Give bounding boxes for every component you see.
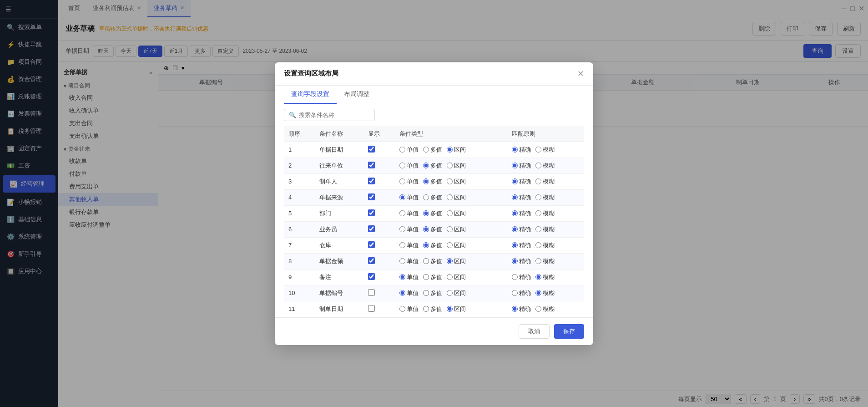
row-show-6[interactable] [363,221,394,237]
radio-match-精确-3[interactable]: 精确 [512,178,531,186]
radio-type-区间-9[interactable]: 区间 [447,273,466,281]
radio-match-input-精确-10[interactable] [512,290,518,296]
radio-match-input-精确-9[interactable] [512,274,518,280]
radio-type-单值-7[interactable]: 单值 [399,241,419,249]
radio-input-多值-5[interactable] [423,210,429,216]
radio-input-多值-11[interactable] [423,306,429,312]
radio-match-input-模糊-9[interactable] [535,274,541,280]
radio-match-input-精确-8[interactable] [512,258,518,264]
row-match-4[interactable]: 精确模糊 [507,189,584,205]
radio-match-精确-4[interactable]: 精确 [512,193,531,202]
checkbox-show-11[interactable] [368,305,375,312]
radio-type-多值-8[interactable]: 多值 [423,257,442,265]
checkbox-show-9[interactable] [368,273,375,280]
row-show-4[interactable] [363,189,394,205]
radio-type-区间-10[interactable]: 区间 [447,289,466,297]
radio-input-单值-5[interactable] [399,210,405,216]
radio-type-区间-1[interactable]: 区间 [447,146,466,154]
radio-match-精确-11[interactable]: 精确 [512,305,531,313]
radio-input-区间-10[interactable] [447,290,453,296]
radio-input-区间-2[interactable] [447,163,453,168]
radio-input-区间-3[interactable] [447,178,453,184]
radio-type-单值-10[interactable]: 单值 [399,289,419,297]
checkbox-show-2[interactable] [368,162,375,168]
radio-match-input-模糊-4[interactable] [535,194,541,200]
radio-type-区间-7[interactable]: 区间 [447,241,466,249]
radio-input-多值-9[interactable] [423,274,429,280]
checkbox-show-3[interactable] [368,178,375,184]
radio-input-多值-2[interactable] [423,163,429,168]
radio-match-input-模糊-5[interactable] [535,210,541,216]
row-show-2[interactable] [363,158,394,173]
checkbox-show-10[interactable] [368,289,375,296]
radio-match-input-模糊-11[interactable] [535,306,541,312]
radio-type-单值-4[interactable]: 单值 [399,193,419,202]
radio-input-区间-11[interactable] [447,306,453,312]
row-show-8[interactable] [363,253,394,269]
row-condtype-8[interactable]: 单值多值区间 [395,253,507,269]
radio-match-模糊-4[interactable]: 模糊 [535,193,555,202]
row-show-11[interactable] [363,301,394,317]
radio-type-多值-1[interactable]: 多值 [423,146,442,154]
row-show-3[interactable] [363,173,394,189]
radio-match-精确-10[interactable]: 精确 [512,289,531,297]
radio-input-区间-6[interactable] [447,226,453,232]
radio-match-input-精确-7[interactable] [512,242,518,248]
radio-input-单值-11[interactable] [399,306,405,312]
radio-match-模糊-5[interactable]: 模糊 [535,209,555,218]
radio-type-多值-11[interactable]: 多值 [423,305,442,313]
row-match-6[interactable]: 精确模糊 [507,221,584,237]
radio-input-区间-8[interactable] [447,258,453,264]
radio-type-区间-2[interactable]: 区间 [447,162,466,170]
radio-match-input-精确-2[interactable] [512,163,518,168]
checkbox-show-1[interactable] [368,146,375,153]
radio-match-input-精确-3[interactable] [512,178,518,184]
row-condtype-10[interactable]: 单值多值区间 [395,285,507,301]
row-match-7[interactable]: 精确模糊 [507,237,584,253]
radio-input-单值-6[interactable] [399,226,405,232]
radio-type-单值-3[interactable]: 单值 [399,178,419,186]
row-show-10[interactable] [363,285,394,301]
row-match-2[interactable]: 精确模糊 [507,158,584,173]
radio-match-input-精确-6[interactable] [512,226,518,232]
radio-input-区间-5[interactable] [447,210,453,216]
radio-input-多值-4[interactable] [423,194,429,200]
radio-type-区间-6[interactable]: 区间 [447,225,466,234]
modal-save-button[interactable]: 保存 [554,324,584,339]
radio-input-区间-1[interactable] [447,147,453,153]
radio-match-模糊-10[interactable]: 模糊 [535,289,555,297]
row-show-5[interactable] [363,205,394,221]
modal-tab-布局调整[interactable]: 布局调整 [337,86,377,104]
row-show-7[interactable] [363,237,394,253]
radio-input-单值-1[interactable] [399,147,405,153]
checkbox-show-8[interactable] [368,257,375,264]
radio-match-input-精确-1[interactable] [512,147,518,153]
row-condtype-5[interactable]: 单值多值区间 [395,205,507,221]
radio-match-模糊-3[interactable]: 模糊 [535,178,555,186]
row-match-1[interactable]: 精确模糊 [507,142,584,158]
radio-type-多值-9[interactable]: 多值 [423,273,442,281]
radio-match-精确-9[interactable]: 精确 [512,273,531,281]
radio-type-多值-2[interactable]: 多值 [423,162,442,170]
radio-match-精确-1[interactable]: 精确 [512,146,531,154]
radio-match-input-模糊-8[interactable] [535,258,541,264]
radio-match-模糊-1[interactable]: 模糊 [535,146,555,154]
radio-match-模糊-6[interactable]: 模糊 [535,225,555,234]
radio-input-单值-9[interactable] [399,274,405,280]
radio-type-区间-4[interactable]: 区间 [447,193,466,202]
row-condtype-4[interactable]: 单值多值区间 [395,189,507,205]
cancel-button[interactable]: 取消 [519,324,550,339]
checkbox-show-7[interactable] [368,241,375,248]
radio-match-模糊-9[interactable]: 模糊 [535,273,555,281]
row-condtype-1[interactable]: 单值多值区间 [395,142,507,158]
modal-close-button[interactable]: ✕ [577,69,584,79]
radio-input-单值-2[interactable] [399,163,405,168]
radio-input-区间-9[interactable] [447,274,453,280]
row-match-5[interactable]: 精确模糊 [507,205,584,221]
row-match-3[interactable]: 精确模糊 [507,173,584,189]
radio-type-区间-8[interactable]: 区间 [447,257,466,265]
radio-input-单值-7[interactable] [399,242,405,248]
radio-match-模糊-11[interactable]: 模糊 [535,305,555,313]
row-show-1[interactable] [363,142,394,158]
radio-match-input-模糊-3[interactable] [535,178,541,184]
